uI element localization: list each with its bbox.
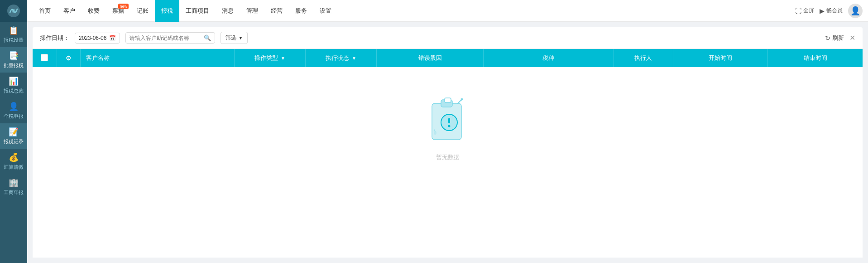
svg-point-10 [434,131,436,135]
chevron-down-icon: ▼ [238,35,243,40]
sidebar-item-label: 汇算清缴 [4,164,24,170]
search-icon: 🔍 [204,34,211,41]
nav-operation[interactable]: 经营 [264,0,289,22]
member-button[interactable]: ▶ 畅会员 [820,7,843,15]
sidebar-item-tax-settings[interactable]: 📋 报税设置 [0,22,27,47]
sidebar-item-tax-summary[interactable]: 📊 报税总览 [0,73,27,98]
sidebar-item-label: 报税总览 [4,88,24,94]
tax-records-icon: 📝 [9,127,19,137]
empty-state: 暂无数据 [33,67,863,180]
nav-management[interactable]: 管理 [240,0,264,22]
date-value: 2023-06-06 [79,35,106,41]
fullscreen-icon: ⛶ [795,7,801,15]
sidebar-item-label: 批量报税 [4,62,24,69]
th-error: 错误股因 [377,49,484,67]
invoice-badge: new [118,4,129,10]
sidebar-item-label: 报税记录 [4,138,24,145]
table-header-row: ⚙ 客户名称 操作类型 ▼ 执行状态 ▼ [33,49,863,67]
table-wrapper: ⚙ 客户名称 操作类型 ▼ 执行状态 ▼ [33,49,863,258]
search-box: 🔍 [125,32,215,44]
nav-message[interactable]: 消息 [216,0,240,22]
empty-illustration [425,94,470,149]
nav-customer[interactable]: 客户 [57,0,82,22]
search-input[interactable] [129,35,202,41]
tax-settings-icon: 📋 [9,25,19,35]
toolbar-right: ↻ 刷新 ✕ [825,34,855,42]
toolbar: 操作日期： 2023-06-06 📅 🔍 筛选 ▼ ↻ 刷新 ✕ [33,27,863,49]
main-wrapper: 首页 客户 收费 票据 new 记账 报税 工商项目 消息 管理 经营 服务 设… [27,0,868,263]
tax-summary-icon: 📊 [9,76,19,86]
th-checkbox [33,49,57,67]
date-picker[interactable]: 2023-06-06 📅 [75,33,120,44]
refresh-label: 刷新 [832,34,844,42]
select-all-checkbox[interactable] [41,54,48,61]
th-optype[interactable]: 操作类型 ▼ [235,49,306,67]
refresh-icon: ↻ [825,34,830,42]
th-taxtype: 税种 [483,49,614,67]
settle-icon: 💰 [9,152,19,162]
sidebar-item-label: 个税申报 [4,113,24,120]
th-status[interactable]: 执行状态 ▼ [306,49,377,67]
sidebar: 📋 报税设置 📑 批量报税 📊 报税总览 👤 个税申报 📝 报税记录 💰 汇算清… [0,0,27,263]
topnav: 首页 客户 收费 票据 new 记账 报税 工商项目 消息 管理 经营 服务 设… [27,0,868,22]
topnav-right: ⛶ 全屏 ▶ 畅会员 👤 [795,4,863,18]
fullscreen-button[interactable]: ⛶ 全屏 [795,7,814,15]
refresh-button[interactable]: ↻ 刷新 [825,34,844,42]
th-settings: ⚙ [57,49,80,67]
content-area: 操作日期： 2023-06-06 📅 🔍 筛选 ▼ ↻ 刷新 ✕ [27,22,868,263]
data-table: ⚙ 客户名称 操作类型 ▼ 执行状态 ▼ [33,49,863,180]
date-label: 操作日期： [40,34,69,42]
nav-service[interactable]: 服务 [289,0,313,22]
filter-label: 筛选 [225,34,236,42]
svg-rect-6 [448,118,450,123]
nav-tax[interactable]: 报税 [155,0,179,22]
status-sort-icon: ▼ [352,56,356,61]
filter-button[interactable]: 筛选 ▼ [221,32,248,44]
empty-text: 暂无数据 [436,153,460,161]
nav-business[interactable]: 工商项目 [179,0,216,22]
calendar-icon: 📅 [109,35,116,41]
th-customer: 客户名称 [80,49,234,67]
nav-billing[interactable]: 收费 [82,0,106,22]
nav-invoice[interactable]: 票据 new [106,0,130,22]
sidebar-item-label: 工商年报 [4,189,24,196]
nav-bookkeeping[interactable]: 记账 [130,0,155,22]
close-button[interactable]: ✕ [849,34,855,42]
sidebar-item-settle[interactable]: 💰 汇算清缴 [0,149,27,174]
annual-report-icon: 🏢 [9,178,19,188]
th-executor: 执行人 [614,49,673,67]
svg-point-7 [448,125,450,127]
nav-home[interactable]: 首页 [33,0,57,22]
batch-tax-icon: 📑 [9,51,19,61]
table-empty-row: 暂无数据 [33,67,863,180]
nav-settings[interactable]: 设置 [313,0,338,22]
sidebar-item-tax-records[interactable]: 📝 报税记录 [0,123,27,149]
personal-tax-icon: 👤 [9,102,19,112]
sidebar-item-personal-tax[interactable]: 👤 个税申报 [0,98,27,123]
th-end-time: 结束时间 [768,49,863,67]
svg-point-1 [12,9,15,13]
sidebar-item-batch-tax[interactable]: 📑 批量报税 [0,47,27,73]
svg-rect-4 [445,98,451,102]
sidebar-logo [0,0,27,22]
sidebar-item-annual-report[interactable]: 🏢 工商年报 [0,174,27,200]
settings-icon[interactable]: ⚙ [66,54,72,62]
avatar-icon: 👤 [850,6,860,16]
optype-sort-icon: ▼ [281,56,285,61]
avatar[interactable]: 👤 [848,4,863,18]
svg-line-8 [458,100,461,103]
member-icon: ▶ [820,7,825,15]
th-start-time: 开始时间 [673,49,767,67]
sidebar-item-label: 报税设置 [4,37,24,44]
